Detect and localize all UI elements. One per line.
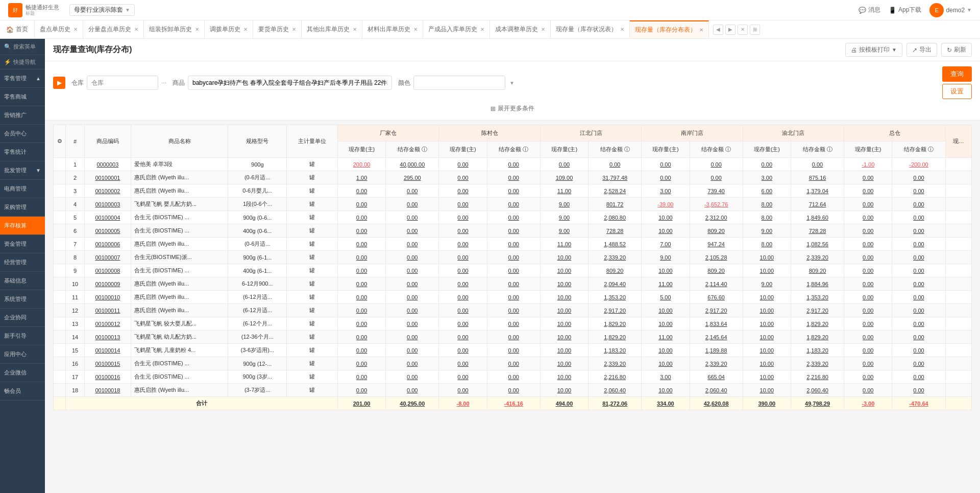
row-wh1-qty[interactable]: 0.00 xyxy=(337,251,385,264)
row-wh5-qty[interactable]: 8.00 xyxy=(743,238,791,251)
row-wh5-qty[interactable]: 10.00 xyxy=(743,331,791,344)
row-total-qty[interactable]: 0.00 xyxy=(844,184,892,198)
row-wh4-amt[interactable]: -3,652.76 xyxy=(690,198,743,211)
row-wh3-qty[interactable]: 10.00 xyxy=(540,304,588,317)
tab-close-icon[interactable]: ✕ xyxy=(480,27,484,32)
row-total-qty[interactable]: 0.00 xyxy=(844,251,892,264)
row-code[interactable]: 00100005 xyxy=(85,224,131,238)
row-wh4-qty[interactable]: 3.00 xyxy=(642,184,690,198)
tab-close-icon[interactable]: ✕ xyxy=(699,27,703,33)
row-wh1-amt[interactable]: 0.00 xyxy=(386,264,439,277)
row-wh2-amt[interactable]: 0.00 xyxy=(487,384,540,397)
sidebar-item-retail-mgmt[interactable]: 零售管理 ▲ xyxy=(0,69,45,88)
row-code[interactable]: 00100010 xyxy=(85,291,131,304)
tab-chengbentiaoz[interactable]: 成本调整单历史 ✕ xyxy=(490,20,551,39)
row-total-qty[interactable]: 0.00 xyxy=(844,357,892,370)
row-wh1-amt[interactable]: 0.00 xyxy=(386,184,439,198)
row-wh1-qty[interactable]: 0.00 xyxy=(337,304,385,317)
row-code[interactable]: 00100003 xyxy=(85,198,131,211)
row-wh1-qty[interactable]: 0.00 xyxy=(337,224,385,238)
row-total-qty[interactable]: 0.00 xyxy=(844,344,892,357)
row-wh1-qty[interactable]: 0.00 xyxy=(337,344,385,357)
tabs-next-btn[interactable]: ▶ xyxy=(725,25,736,35)
export-btn[interactable]: ↗ 导出 xyxy=(906,43,937,57)
row-wh5-amt[interactable]: 1,829.20 xyxy=(791,317,844,331)
row-wh5-qty[interactable]: 10.00 xyxy=(743,384,791,397)
row-wh3-amt[interactable]: 1,829.20 xyxy=(589,331,642,344)
row-wh3-amt[interactable]: 2,339.20 xyxy=(589,357,642,370)
row-wh4-amt[interactable]: 2,114.40 xyxy=(690,277,743,291)
row-total-qty[interactable]: 0.00 xyxy=(844,331,892,344)
row-wh5-amt[interactable]: 2,216.80 xyxy=(791,370,844,384)
row-wh1-amt[interactable]: 0.00 xyxy=(386,344,439,357)
row-wh4-qty[interactable]: 0.00 xyxy=(642,158,690,171)
row-wh1-qty[interactable]: 0.00 xyxy=(337,331,385,344)
row-wh1-amt[interactable]: 0.00 xyxy=(386,238,439,251)
sidebar-item-guide[interactable]: 新手引导 xyxy=(0,327,45,345)
row-wh1-amt[interactable]: 0.00 xyxy=(386,357,439,370)
row-wh5-qty[interactable]: 10.00 xyxy=(743,317,791,331)
row-total-amt[interactable]: 0.00 xyxy=(892,238,945,251)
row-total-amt[interactable]: 0.00 xyxy=(892,291,945,304)
row-code[interactable]: 00100006 xyxy=(85,238,131,251)
row-wh3-amt[interactable]: 1,183.20 xyxy=(589,344,642,357)
setting-btn[interactable]: 设置 xyxy=(942,84,972,99)
tabs-close-all-btn[interactable]: ✕ xyxy=(738,25,748,35)
row-wh3-qty[interactable]: 10.00 xyxy=(540,317,588,331)
row-wh1-qty[interactable]: 0.00 xyxy=(337,211,385,224)
sidebar-item-retail-stats[interactable]: 零售统计 xyxy=(0,143,45,161)
row-total-amt[interactable]: 0.00 xyxy=(892,171,945,184)
row-code[interactable]: 00100007 xyxy=(85,251,131,264)
row-wh1-amt[interactable]: 295.00 xyxy=(386,171,439,184)
row-wh5-amt[interactable]: 0.00 xyxy=(791,158,844,171)
row-total-qty[interactable]: 0.00 xyxy=(844,198,892,211)
row-wh1-qty[interactable]: 0.00 xyxy=(337,370,385,384)
row-wh3-qty[interactable]: 10.00 xyxy=(540,251,588,264)
print-btn[interactable]: 🖨 按模板打印 ▼ xyxy=(845,43,902,57)
row-total-qty[interactable]: 0.00 xyxy=(844,224,892,238)
row-wh5-qty[interactable]: 0.00 xyxy=(743,158,791,171)
message-btn[interactable]: 💬 消息 xyxy=(859,6,880,14)
row-code[interactable]: 00100004 xyxy=(85,211,131,224)
row-wh5-qty[interactable]: 10.00 xyxy=(743,304,791,317)
row-wh1-amt[interactable]: 40,000.00 xyxy=(386,158,439,171)
row-wh5-amt[interactable]: 2,917.20 xyxy=(791,304,844,317)
query-btn[interactable]: 查询 xyxy=(942,66,972,82)
row-wh1-qty[interactable]: 0.00 xyxy=(337,238,385,251)
filter-expand-btn[interactable]: ▶ xyxy=(53,77,65,89)
row-wh5-amt[interactable]: 875.16 xyxy=(791,171,844,184)
row-wh4-amt[interactable]: 0.00 xyxy=(690,171,743,184)
row-wh5-amt[interactable]: 1,183.20 xyxy=(791,344,844,357)
tab-yaohuo[interactable]: 要货单历史 ✕ xyxy=(253,20,302,39)
row-wh1-amt[interactable]: 0.00 xyxy=(386,224,439,238)
row-wh4-qty[interactable]: 10.00 xyxy=(642,224,690,238)
row-code[interactable]: 00100008 xyxy=(85,264,131,277)
row-wh4-qty[interactable]: 10.00 xyxy=(642,304,690,317)
row-total-amt[interactable]: 0.00 xyxy=(892,264,945,277)
warehouse-input[interactable] xyxy=(87,76,158,90)
row-wh3-qty[interactable]: 109.00 xyxy=(540,171,588,184)
row-wh2-amt[interactable]: 0.00 xyxy=(487,171,540,184)
row-wh2-qty[interactable]: 0.00 xyxy=(439,291,487,304)
row-wh3-qty[interactable]: 9.00 xyxy=(540,211,588,224)
tab-close-icon[interactable]: ✕ xyxy=(243,27,248,32)
row-wh3-amt[interactable]: 31,797.48 xyxy=(589,171,642,184)
tab-home[interactable]: 🏠 首页 xyxy=(0,20,35,39)
row-total-qty[interactable]: 0.00 xyxy=(844,171,892,184)
sidebar-item-wechat[interactable]: 企业微信 xyxy=(0,364,45,382)
row-wh2-amt[interactable]: 0.00 xyxy=(487,198,540,211)
row-wh5-qty[interactable]: 9.00 xyxy=(743,277,791,291)
row-wh1-qty[interactable]: 0.00 xyxy=(337,357,385,370)
row-wh1-qty[interactable]: 0.00 xyxy=(337,184,385,198)
row-wh5-qty[interactable]: 10.00 xyxy=(743,264,791,277)
row-wh4-amt[interactable]: 0.00 xyxy=(690,158,743,171)
tab-close-icon[interactable]: ✕ xyxy=(353,27,357,32)
row-wh2-amt[interactable]: 0.00 xyxy=(487,304,540,317)
row-wh5-qty[interactable]: 3.00 xyxy=(743,171,791,184)
row-wh1-amt[interactable]: 0.00 xyxy=(386,251,439,264)
row-wh4-amt[interactable]: 676.60 xyxy=(690,291,743,304)
row-wh4-amt[interactable]: 2,312.00 xyxy=(690,211,743,224)
row-wh4-qty[interactable]: -39.00 xyxy=(642,198,690,211)
row-wh2-amt[interactable]: 0.00 xyxy=(487,211,540,224)
row-total-qty[interactable]: 0.00 xyxy=(844,238,892,251)
